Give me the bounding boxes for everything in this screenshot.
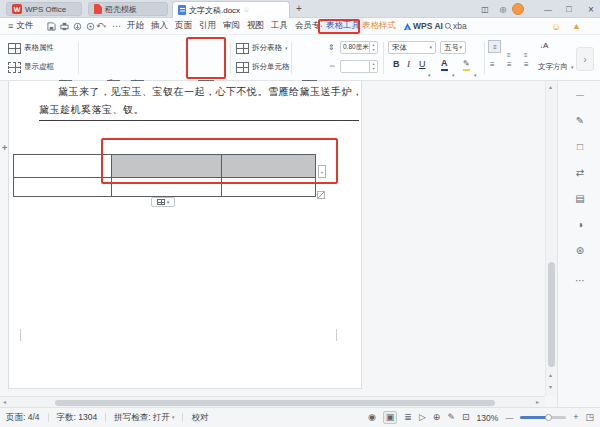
sort-az-button[interactable]: ↓A xyxy=(540,41,548,50)
pen-mode-icon[interactable]: ✎ xyxy=(447,413,455,422)
menu-tab-page[interactable]: 页面 xyxy=(175,18,192,34)
save-icon[interactable] xyxy=(46,21,57,32)
row-height-stepper[interactable]: ▴▾ xyxy=(370,41,378,54)
table-properties-button[interactable]: 表格属性 xyxy=(8,41,54,55)
table-cell-r2c3[interactable] xyxy=(221,178,315,197)
table-cell-r1c1[interactable] xyxy=(14,155,111,177)
effects-icon[interactable]: ⊛ xyxy=(572,245,588,256)
warning-icon[interactable]: ▲ xyxy=(572,18,581,34)
spellcheck-toggle[interactable]: 拼写检查: 打开 ▾ xyxy=(114,412,174,424)
minimize-button[interactable]: — xyxy=(540,0,556,18)
menu-tab-table-tools[interactable]: 表格工具 xyxy=(322,18,364,34)
vertical-scroll-thumb[interactable] xyxy=(548,262,555,367)
export-icon[interactable] xyxy=(72,21,83,32)
page-view-icon[interactable]: ▣ xyxy=(383,411,398,424)
split-cells-button[interactable]: 拆分单元格 xyxy=(236,60,290,74)
scroll-left-arrow[interactable]: ◂ xyxy=(3,399,6,405)
table-cell-r2c2[interactable] xyxy=(111,178,221,197)
web-view-icon[interactable]: ⊕ xyxy=(433,413,441,422)
font-size-dropdown[interactable]: 五号▾ xyxy=(440,41,466,54)
eye-protect-icon[interactable]: ◉ xyxy=(368,413,376,422)
file-menu[interactable]: ≡ 文件 xyxy=(8,18,33,34)
italic-button[interactable]: I xyxy=(407,59,410,69)
align-left-button[interactable]: ≡ xyxy=(490,60,494,69)
menu-tab-review[interactable]: 审阅 xyxy=(223,18,240,34)
highlight-color-button[interactable]: ✎ xyxy=(463,59,470,71)
tab-document-active[interactable]: 文字文稿.docx ☆ xyxy=(172,1,290,18)
select-icon[interactable]: □ xyxy=(572,141,588,152)
smiley-feedback-icon[interactable]: ☺ xyxy=(551,18,561,34)
fullscreen-icon[interactable]: ◳ xyxy=(585,413,594,422)
show-gridlines-button[interactable]: 显示虚框 xyxy=(8,60,54,74)
valign-top-button[interactable]: ≡ xyxy=(488,40,501,53)
highlight-caret-icon[interactable]: ▾ xyxy=(474,63,477,81)
split-view-icon[interactable]: ◫ xyxy=(477,0,493,18)
menu-tab-insert[interactable]: 插入 xyxy=(151,18,168,34)
user-avatar[interactable] xyxy=(512,3,524,15)
undo-button[interactable]: ↶▾ xyxy=(96,18,106,34)
tab-docer[interactable]: 稻壳模板 xyxy=(88,2,168,16)
play-presentation-icon[interactable]: ▷ xyxy=(419,413,426,422)
row-height-field[interactable]: 0.80厘米 xyxy=(340,41,370,54)
align-center-button[interactable]: ≡ xyxy=(507,60,512,69)
table-cell-r1c3-selected[interactable] xyxy=(221,155,315,177)
ribbon-expand-chevron[interactable]: › xyxy=(576,47,594,71)
font-color-button[interactable]: A xyxy=(441,59,448,71)
table-column-handle[interactable]: + xyxy=(318,165,326,178)
proofread-button[interactable]: 校对 xyxy=(191,412,208,424)
menu-tab-home[interactable]: 开始 xyxy=(127,18,144,34)
scroll-up-arrow[interactable]: ▴ xyxy=(549,84,552,90)
col-width-stepper[interactable]: ▴▾ xyxy=(370,60,378,73)
bold-button[interactable]: B xyxy=(393,59,400,69)
table-move-handle[interactable]: + xyxy=(2,143,7,153)
close-button[interactable]: × xyxy=(583,0,599,18)
more-tools-icon[interactable]: ⋯ xyxy=(572,275,588,286)
zoom-slider-handle[interactable] xyxy=(545,414,552,421)
edit-icon[interactable]: ✎ xyxy=(572,115,588,126)
insert-row-pill-button[interactable]: ▾ xyxy=(151,197,175,207)
font-name-dropdown[interactable]: 宋体▾ xyxy=(388,41,436,54)
underline-caret-icon[interactable]: ▾ xyxy=(428,63,431,81)
table-resize-handle[interactable] xyxy=(317,191,325,199)
switch-icon[interactable]: ⇄ xyxy=(572,167,588,178)
print-icon[interactable] xyxy=(59,21,70,32)
menu-tab-tools[interactable]: 工具 xyxy=(271,18,288,34)
font-color-caret-icon[interactable]: ▾ xyxy=(452,63,455,81)
next-page-arrow[interactable]: ▾ xyxy=(549,384,552,390)
fit-page-icon[interactable]: ⊡ xyxy=(462,413,470,422)
text-direction-button[interactable]: 文字方向 ▾ xyxy=(538,60,574,74)
col-width-field[interactable] xyxy=(340,60,370,73)
menu-tab-view[interactable]: 视图 xyxy=(247,18,264,34)
collapse-icon[interactable]: — xyxy=(572,90,588,99)
notes-icon[interactable]: ▤ xyxy=(572,193,588,204)
menu-tab-reference[interactable]: 引用 xyxy=(199,18,216,34)
zoom-level[interactable]: 130% xyxy=(476,413,498,423)
search-text[interactable]: xba xyxy=(453,18,467,34)
star-icon[interactable]: ☆ xyxy=(243,6,249,14)
menu-tab-table-style[interactable]: 表格样式 xyxy=(362,18,396,34)
vertical-scrollbar[interactable]: ▴ ▴ ▾ xyxy=(545,81,557,396)
table-cell-r1c2-selected[interactable] xyxy=(111,155,221,177)
horizontal-scroll-thumb[interactable] xyxy=(55,400,495,406)
table-cell-r2c1[interactable] xyxy=(14,178,111,197)
new-tab-button[interactable]: + xyxy=(296,3,302,14)
zoom-in-button[interactable]: + xyxy=(573,413,578,422)
split-table-button[interactable]: 拆分表格 ▾ xyxy=(236,41,288,55)
zoom-out-button[interactable]: — xyxy=(505,414,513,422)
valign-middle-button[interactable]: ≡ xyxy=(507,43,510,61)
horizontal-scrollbar[interactable]: ◂ ▸ xyxy=(0,396,545,407)
document-page[interactable]: 黛玉来了，见宝玉、宝钗在一起，心下不悦。雪雁给黛玉送手炉， 黛玉趁机奚落宝、钗。 xyxy=(8,81,362,389)
history-icon[interactable]: ◑ xyxy=(572,219,588,230)
maximize-button[interactable]: □ xyxy=(561,0,577,18)
underline-button[interactable]: U xyxy=(419,59,426,69)
settings-icon[interactable]: ◎ xyxy=(495,0,511,18)
document-table[interactable] xyxy=(13,154,316,197)
wps-ai-button[interactable]: WPS AI xyxy=(413,18,443,34)
outline-view-icon[interactable]: ≣ xyxy=(404,413,412,422)
preview-icon[interactable] xyxy=(85,21,96,32)
word-count[interactable]: 字数: 1304 xyxy=(57,412,98,424)
prev-page-arrow[interactable]: ▴ xyxy=(549,372,552,378)
align-right-button[interactable]: ≡ xyxy=(524,60,529,69)
tab-wps-office[interactable]: W WPS Office xyxy=(6,2,82,16)
valign-bottom-button[interactable]: ≡ xyxy=(524,43,527,61)
